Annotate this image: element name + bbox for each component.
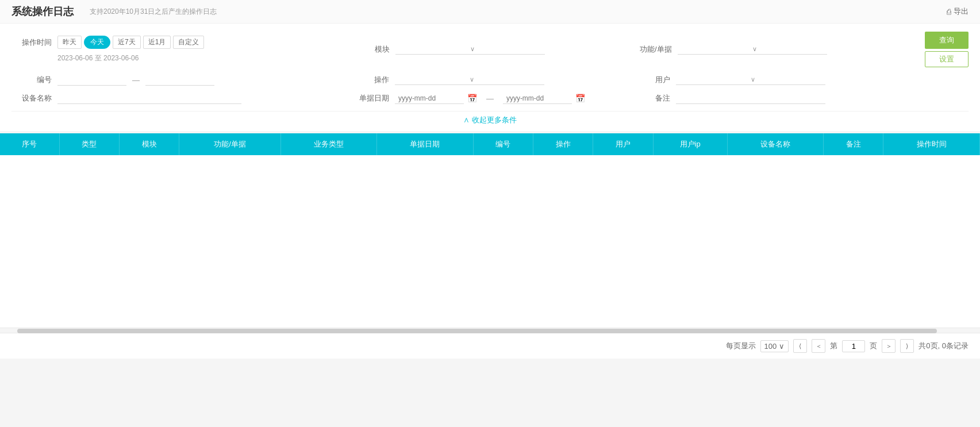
func-filter: 功能/单据 ∨ (632, 44, 913, 55)
date-to-input[interactable] (503, 93, 572, 104)
table-container: 序号 类型 模块 功能/单据 业务类型 单据日期 编号 操作 用户 用户ip 设… (0, 133, 980, 328)
col-op-time: 操作时间 (883, 133, 980, 155)
last-page-button[interactable]: ⟩ (900, 339, 914, 353)
col-device: 设备名称 (727, 133, 823, 155)
data-table: 序号 类型 模块 功能/单据 业务类型 单据日期 编号 操作 用户 用户ip 设… (0, 133, 980, 155)
date-range-inputs: 📅 — 📅 (395, 93, 585, 104)
collapse-up-icon: ∧ (463, 116, 470, 124)
horizontal-scrollbar[interactable] (0, 328, 980, 333)
empty-area (0, 155, 980, 328)
code-label: 编号 (11, 75, 57, 85)
voucher-date-filter: 单据日期 📅 — 📅 (349, 93, 630, 104)
page-header: 系统操作日志 支持2020年10月31日之后产生的操作日志 ⎙ 导出 (0, 0, 980, 24)
device-filter: 设备名称 (11, 93, 349, 104)
action-buttons: 查询 设置 (925, 32, 969, 67)
page-title: 系统操作日志 (11, 5, 74, 18)
remark-filter: 备注 (630, 93, 911, 104)
export-icon: ⎙ (947, 7, 951, 16)
col-type: 类型 (59, 133, 119, 155)
calendar-from-icon[interactable]: 📅 (467, 94, 477, 103)
voucher-date-label: 单据日期 (349, 93, 395, 103)
filter-row-3: 设备名称 单据日期 📅 — 📅 备注 (11, 93, 969, 104)
scrollbar-thumb[interactable] (17, 329, 937, 333)
module-filter: 模块 ∨ (349, 44, 631, 55)
time-btn-yesterday[interactable]: 昨天 (57, 36, 82, 49)
prev-page-button[interactable]: ＜ (812, 339, 825, 353)
time-btn-custom[interactable]: 自定义 (173, 36, 204, 49)
col-user: 用户 (593, 133, 653, 155)
code-from-input[interactable] (57, 74, 126, 86)
col-seq: 序号 (0, 133, 59, 155)
page-unit: 页 (870, 341, 877, 351)
module-select[interactable]: ∨ (395, 44, 545, 55)
next-page-button[interactable]: ＞ (882, 339, 896, 353)
col-remark: 备注 (824, 133, 883, 155)
collapse-label[interactable]: 收起更多条件 (472, 116, 517, 124)
user-label: 用户 (630, 75, 676, 85)
remark-input[interactable] (676, 93, 825, 104)
code-to-input[interactable] (145, 74, 214, 86)
time-btn-7days[interactable]: 近7天 (113, 36, 141, 49)
per-page-select[interactable]: 100 ∨ (760, 340, 789, 352)
module-chevron-icon: ∨ (470, 45, 541, 53)
func-chevron-icon: ∨ (752, 45, 824, 53)
filter-row-1: 操作时间 昨天 今天 近7天 近1月 自定义 2023-06-06 至 2023… (11, 32, 969, 67)
col-func: 功能/单据 (179, 133, 280, 155)
col-biz-type: 业务类型 (280, 133, 376, 155)
col-code: 编号 (473, 133, 533, 155)
remark-label: 备注 (630, 93, 676, 103)
pagination-bar: 每页显示 100 ∨ ⟨ ＜ 第 页 ＞ ⟩ 共0页, 0条记录 (0, 333, 980, 359)
query-button[interactable]: 查询 (925, 32, 969, 49)
func-label: 功能/单据 (632, 44, 678, 55)
time-label: 操作时间 (11, 37, 57, 48)
calendar-to-icon[interactable]: 📅 (575, 94, 585, 103)
col-user-ip: 用户ip (653, 133, 727, 155)
operation-filter: 操作 ∨ (349, 75, 630, 85)
time-btn-1month[interactable]: 近1月 (143, 36, 171, 49)
per-page-value: 100 (764, 342, 777, 351)
page-subtitle: 支持2020年10月31日之后产生的操作日志 (90, 7, 217, 17)
per-page-label: 每页显示 (726, 341, 756, 351)
page-input[interactable] (842, 340, 865, 352)
date-from-input[interactable] (395, 93, 464, 104)
func-select[interactable]: ∨ (678, 44, 827, 55)
export-button[interactable]: ⎙ 导出 (947, 6, 969, 17)
page-label: 第 (830, 341, 837, 351)
operation-select[interactable]: ∨ (395, 75, 544, 85)
col-module: 模块 (120, 133, 179, 155)
user-chevron-icon: ∨ (751, 76, 822, 83)
per-page-chevron-icon: ∨ (779, 342, 785, 351)
table-header: 序号 类型 模块 功能/单据 业务类型 单据日期 编号 操作 用户 用户ip 设… (0, 133, 980, 155)
total-info: 共0页, 0条记录 (918, 341, 969, 351)
module-label: 模块 (349, 44, 395, 55)
date-range-display: 2023-06-06 至 2023-06-06 (57, 53, 139, 63)
user-filter: 用户 ∨ (630, 75, 911, 85)
user-select[interactable]: ∨ (676, 75, 825, 85)
first-page-button[interactable]: ⟨ (793, 339, 807, 353)
code-filter: 编号 — (11, 74, 349, 86)
settings-button[interactable]: 设置 (925, 51, 969, 67)
filter-area: 操作时间 昨天 今天 近7天 近1月 自定义 2023-06-06 至 2023… (0, 24, 980, 131)
filter-row-2: 编号 — 操作 ∨ 用户 ∨ (11, 74, 969, 86)
code-separator: — (132, 76, 140, 84)
device-label: 设备名称 (11, 93, 57, 103)
time-filter: 操作时间 昨天 今天 近7天 近1月 自定义 2023-06-06 至 2023… (11, 36, 349, 63)
time-buttons: 昨天 今天 近7天 近1月 自定义 (57, 36, 204, 49)
operation-label: 操作 (349, 75, 395, 85)
time-btn-today[interactable]: 今天 (84, 36, 110, 49)
operation-chevron-icon: ∨ (470, 76, 541, 83)
device-input[interactable] (57, 93, 241, 104)
col-voucher-date: 单据日期 (377, 133, 473, 155)
col-operation: 操作 (533, 133, 593, 155)
collapse-bar[interactable]: ∧ 收起更多条件 (11, 111, 969, 129)
